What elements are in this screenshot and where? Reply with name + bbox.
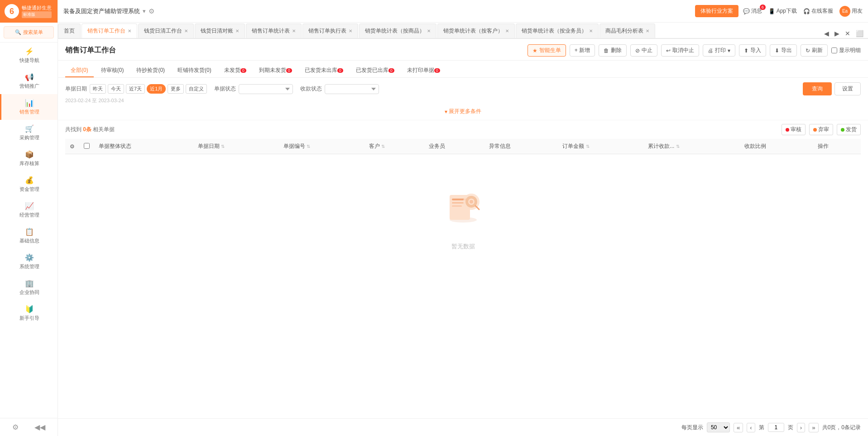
import-button[interactable]: ⬆ 导入 bbox=[739, 44, 766, 57]
show-detail-checkbox[interactable] bbox=[831, 47, 837, 53]
col-number[interactable]: 单据编号 ⇅ bbox=[279, 139, 364, 154]
col-date[interactable]: 单据日期 ⇅ bbox=[193, 139, 279, 154]
topbar-dropdown-icon[interactable]: ▾ bbox=[143, 8, 146, 14]
subtab-pending-inspect[interactable]: 待抄捡货(0) bbox=[131, 64, 170, 77]
search-menu-button[interactable]: 🔍 搜索菜单 bbox=[4, 26, 54, 38]
sidebar-item-operation[interactable]: 📈 经营管理 bbox=[0, 197, 58, 223]
delete-button[interactable]: 🗑 删除 bbox=[599, 44, 627, 57]
col-settings[interactable]: ⚙ bbox=[65, 139, 79, 154]
sidebar-item-sales[interactable]: 📊 销售管理 bbox=[0, 94, 58, 120]
tab-sales-stats-close[interactable]: ✕ bbox=[292, 28, 296, 33]
tab-sales-summary-product-close[interactable]: ✕ bbox=[427, 28, 431, 33]
app-download-action[interactable]: 📱 App下载 bbox=[768, 7, 797, 15]
select-all-checkbox[interactable] bbox=[84, 143, 90, 149]
page-number-input[interactable] bbox=[768, 423, 784, 432]
topbar-gear-icon[interactable]: ⚙ bbox=[149, 7, 154, 15]
tab-sales-stats[interactable]: 销售订单统计表 ✕ bbox=[246, 24, 302, 38]
tab-cash-reconcile-close[interactable]: ✕ bbox=[235, 28, 239, 33]
audit-button[interactable]: 审核 bbox=[782, 124, 806, 135]
tab-sales-summary-customer-label: 销货单统计表（按客户） bbox=[443, 27, 503, 35]
new-button[interactable]: + 新增 bbox=[570, 44, 595, 57]
smart-order-label: 智能生单 bbox=[539, 47, 561, 54]
tab-home[interactable]: 首页 bbox=[58, 24, 81, 38]
page-size-select[interactable]: 50 10 20 100 bbox=[707, 422, 730, 432]
date-btn-7days[interactable]: 近7天 bbox=[126, 84, 145, 94]
filter-settings-button[interactable]: 设置 bbox=[834, 82, 861, 95]
date-btn-more[interactable]: 更多 bbox=[168, 84, 184, 94]
date-btn-custom[interactable]: 自定义 bbox=[186, 84, 207, 94]
payment-select[interactable] bbox=[325, 84, 379, 94]
expand-down-icon: ▾ bbox=[445, 109, 447, 115]
stop-button[interactable]: ⊘ 中止 bbox=[630, 44, 657, 57]
sidebar-item-guide[interactable]: 🔰 新手引导 bbox=[0, 300, 58, 326]
date-btn-1month[interactable]: 近1月 bbox=[147, 84, 166, 94]
tab-nav-next[interactable]: ▶ bbox=[833, 29, 841, 38]
sidebar-item-quick[interactable]: ⚡ 快捷导航 bbox=[0, 43, 58, 68]
tab-sales-exec-close[interactable]: ✕ bbox=[349, 28, 352, 33]
show-detail-checkbox-label[interactable]: 显示明细 bbox=[831, 47, 861, 54]
tab-sales-workbench[interactable]: 销售订单工作台 ✕ bbox=[82, 24, 137, 38]
sidebar-item-marketing[interactable]: 📢 营销推广 bbox=[0, 68, 58, 94]
ship-button[interactable]: 发货 bbox=[837, 124, 861, 135]
collapse-icon[interactable]: ◀◀ bbox=[34, 423, 45, 431]
sidebar-item-enterprise[interactable]: 🏢 企业协同 bbox=[0, 275, 58, 300]
sidebar-item-basic[interactable]: 📋 基础信息 bbox=[0, 223, 58, 249]
user-action[interactable]: Ea 用友 bbox=[839, 6, 863, 17]
tab-gross-margin-close[interactable]: ✕ bbox=[646, 28, 649, 33]
star-icon: ★ bbox=[532, 47, 537, 54]
col-received[interactable]: 累计收款... ⇅ bbox=[643, 139, 740, 154]
trial-button[interactable]: 体验行业方案 bbox=[695, 5, 739, 17]
prev-page-button[interactable]: ‹ bbox=[747, 423, 755, 432]
tab-nav-prev[interactable]: ◀ bbox=[822, 29, 831, 38]
tab-cash-daily[interactable]: 钱货日清工作台 ✕ bbox=[138, 24, 194, 38]
sidebar-item-purchase[interactable]: 🛒 采购管理 bbox=[0, 120, 58, 146]
tab-sales-summary-staff-close[interactable]: ✕ bbox=[589, 28, 593, 33]
subtab-pending-review[interactable]: 待审核(0) bbox=[96, 64, 129, 77]
query-button[interactable]: 查询 bbox=[803, 82, 832, 95]
tab-sales-summary-staff[interactable]: 销货单统计表（按业务员） ✕ bbox=[516, 24, 599, 38]
print-button[interactable]: 🖨 打印 ▾ bbox=[703, 44, 735, 57]
status-select[interactable] bbox=[239, 84, 293, 94]
subtab-not-shipped[interactable]: 未发货0 bbox=[219, 64, 252, 77]
sidebar-item-inventory[interactable]: 📦 库存核算 bbox=[0, 146, 58, 171]
abandon-button[interactable]: 弃审 bbox=[809, 124, 833, 135]
sidebar-item-system[interactable]: ⚙️ 系统管理 bbox=[0, 249, 58, 275]
col-ratio-label: 收款比例 bbox=[744, 143, 766, 149]
first-page-button[interactable]: « bbox=[734, 423, 743, 432]
message-action[interactable]: 💬 消息 6 bbox=[743, 7, 762, 15]
tab-sales-summary-customer-close[interactable]: ✕ bbox=[505, 28, 509, 33]
tab-sales-workbench-close[interactable]: ✕ bbox=[128, 28, 131, 33]
count-number: 0条 bbox=[83, 126, 91, 133]
empty-illustration bbox=[441, 181, 486, 235]
subtab-shipped-out[interactable]: 已发货已出库0 bbox=[350, 64, 400, 77]
sidebar-item-finance[interactable]: 💰 资金管理 bbox=[0, 171, 58, 197]
settings-gear-icon[interactable]: ⚙ bbox=[12, 423, 19, 431]
subtab-shipped-not-out[interactable]: 已发货未出库0 bbox=[299, 64, 349, 77]
next-page-button[interactable]: › bbox=[797, 423, 805, 432]
subtab-overdue-not-shipped[interactable]: 到期未发货0 bbox=[254, 64, 297, 77]
not-printed-badge: 0 bbox=[434, 68, 440, 73]
tab-sales-summary-product[interactable]: 销货单统计表（按商品） ✕ bbox=[359, 24, 436, 38]
tab-nav-maximize[interactable]: ⬜ bbox=[854, 29, 865, 38]
export-button[interactable]: ⬇ 导出 bbox=[770, 44, 797, 57]
tab-sales-exec[interactable]: 销售订单执行表 ✕ bbox=[302, 24, 358, 38]
tab-gross-margin[interactable]: 商品毛利分析表 ✕ bbox=[599, 24, 655, 38]
tab-sales-summary-customer[interactable]: 销货单统计表（按客户） ✕ bbox=[437, 24, 515, 38]
subtab-all[interactable]: 全部(0) bbox=[65, 64, 94, 77]
date-btn-yesterday[interactable]: 昨天 bbox=[90, 84, 106, 94]
cancel-stop-button[interactable]: ↩ 取消中止 bbox=[661, 44, 699, 57]
service-action[interactable]: 🎧 在线客服 bbox=[803, 7, 833, 15]
tab-home-label: 首页 bbox=[64, 27, 75, 35]
expand-filter-button[interactable]: ▾ 展开更多条件 bbox=[445, 108, 481, 115]
col-customer[interactable]: 客户 ⇅ bbox=[364, 139, 424, 154]
subtab-wangpu[interactable]: 旺铺待发货(0) bbox=[172, 64, 217, 77]
tab-cash-reconcile[interactable]: 钱货日清对账 ✕ bbox=[195, 24, 245, 38]
tab-nav-close-all[interactable]: ✕ bbox=[843, 29, 852, 38]
tab-cash-daily-close[interactable]: ✕ bbox=[184, 28, 188, 33]
smart-order-button[interactable]: ★ 智能生单 bbox=[528, 44, 566, 57]
refresh-button[interactable]: ↻ 刷新 bbox=[801, 44, 828, 57]
last-page-button[interactable]: » bbox=[809, 423, 818, 432]
subtab-not-printed[interactable]: 未打印单据0 bbox=[402, 64, 446, 77]
col-amount[interactable]: 订单金额 ⇅ bbox=[558, 139, 643, 154]
date-btn-today[interactable]: 今天 bbox=[108, 84, 124, 94]
